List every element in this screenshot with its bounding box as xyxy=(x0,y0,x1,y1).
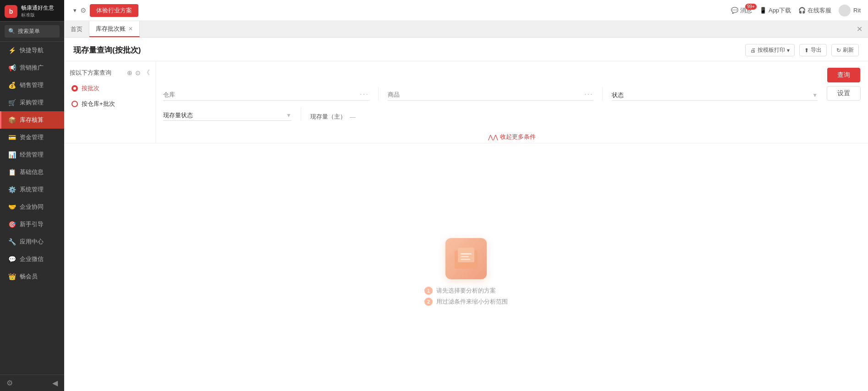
marketing-icon: 📢 xyxy=(8,64,16,72)
tab-home-label: 首页 xyxy=(71,25,82,33)
plan-item-batch[interactable]: 按批次 xyxy=(64,81,155,96)
app-logo: b xyxy=(5,5,17,18)
sidebar-item-marketing[interactable]: 📢 营销推广 xyxy=(0,59,64,76)
sidebar-item-purchase[interactable]: 🛒 采购管理 xyxy=(0,94,64,111)
collapse-plan-icon[interactable]: 《 xyxy=(143,69,150,77)
headset-icon: 🎧 xyxy=(798,7,806,14)
sidebar-item-guide[interactable]: 🎯 新手引导 xyxy=(0,216,64,233)
sidebar-item-inventory[interactable]: 📦 库存核算 xyxy=(0,111,64,129)
product-field: ··· xyxy=(388,90,593,101)
tab-inventory-batch[interactable]: 库存批次账 ✕ xyxy=(89,21,140,37)
sidebar-item-quick-nav[interactable]: ⚡ 快捷导航 xyxy=(0,42,64,59)
sidebar-item-label-marketing: 营销推广 xyxy=(20,64,44,72)
export-label: 导出 xyxy=(811,46,822,54)
filter-settings-button[interactable]: 设置 xyxy=(827,86,861,101)
settings-plan-icon[interactable]: ⊙ xyxy=(135,69,141,76)
export-button[interactable]: ⬆ 导出 xyxy=(799,44,827,56)
close-all-tabs-button[interactable]: ✕ xyxy=(851,25,868,33)
product-dots[interactable]: ··· xyxy=(584,90,593,98)
messages-badge: 99+ xyxy=(745,4,757,10)
avatar xyxy=(839,5,851,16)
refresh-icon: ↻ xyxy=(836,47,841,54)
hint-num-2: 2 xyxy=(424,298,433,306)
tab-close-icon[interactable]: ✕ xyxy=(128,26,133,32)
sidebar-item-member[interactable]: 👑 畅会员 xyxy=(0,268,64,285)
content-area: 现存量查询(按批次) 🖨 按模板打印 ▾ ⬆ 导出 ↻ 刷新 xyxy=(64,38,868,391)
warehouse-input-wrap: ··· xyxy=(163,90,369,101)
query-button[interactable]: 查询 xyxy=(827,68,860,82)
plan-label-warehouse-batch: 按仓库+批次 xyxy=(82,100,115,108)
guide-icon: 🎯 xyxy=(8,220,16,228)
settings-footer-icon[interactable]: ⚙ xyxy=(6,379,13,387)
plan-dot-inner xyxy=(73,87,76,90)
status-chevron-icon: ▼ xyxy=(812,92,818,98)
sidebar-nav: ⚡ 快捷导航 📢 营销推广 💰 销售管理 🛒 采购管理 📦 库存核算 💳 资金管… xyxy=(0,42,64,375)
topbar: ▾ ⚙ 体验行业方案 💬 消息 99+ 📱 App下载 🎧 在线客服 Rit xyxy=(64,0,868,21)
warehouse-field: ··· xyxy=(163,90,369,101)
sidebar-item-label-guide: 新手引导 xyxy=(20,220,44,228)
tab-inventory-batch-label: 库存批次账 xyxy=(96,25,126,33)
collapse-sidebar-icon[interactable]: ◀ xyxy=(52,379,58,387)
filter-sidebar: 按以下方案查询 ⊕ ⊙ 《 按批次 xyxy=(64,61,156,143)
collapse-up-icon: ⋀⋀ xyxy=(488,134,498,141)
messages-icon: 💬 xyxy=(731,7,738,14)
empty-hints: 1 请先选择要分析的方案 2 用过滤条件来缩小分析范围 xyxy=(424,287,508,306)
sidebar-item-wechat[interactable]: 💬 企业微信 xyxy=(0,250,64,268)
sidebar-item-label-purchase: 采购管理 xyxy=(20,98,44,107)
sidebar-item-operations[interactable]: 📊 经营管理 xyxy=(0,146,64,163)
refresh-button[interactable]: ↻ 刷新 xyxy=(831,44,859,56)
sidebar-item-basics[interactable]: 📋 基础信息 xyxy=(0,163,64,181)
stock-status-select[interactable]: 现存量状态 xyxy=(163,112,286,119)
sidebar-item-sales[interactable]: 💰 销售管理 xyxy=(0,76,64,94)
sidebar-item-apps[interactable]: 🔧 应用中心 xyxy=(0,233,64,250)
topbar-dropdown[interactable]: ▾ xyxy=(71,7,77,14)
enterprise-icon: 🤝 xyxy=(8,203,16,211)
warehouse-input[interactable] xyxy=(163,91,357,98)
sidebar-item-label-system: 系统管理 xyxy=(20,185,44,194)
sidebar-item-label-inventory: 库存核算 xyxy=(20,116,44,124)
user-menu[interactable]: Rit xyxy=(839,5,861,16)
svg-rect-1 xyxy=(458,248,474,262)
app-download-button[interactable]: 📱 App下载 xyxy=(759,6,791,15)
add-plan-icon[interactable]: ⊕ xyxy=(127,69,132,76)
status-select[interactable]: 状态 xyxy=(612,92,812,98)
online-service-button[interactable]: 🎧 在线客服 xyxy=(798,6,831,15)
sidebar-item-label-sales: 销售管理 xyxy=(20,81,44,89)
topbar-gear-icon[interactable]: ⚙ xyxy=(80,6,86,15)
basics-icon: 📋 xyxy=(8,168,16,176)
topbar-right: 💬 消息 99+ 📱 App下载 🎧 在线客服 Rit xyxy=(731,5,861,16)
dropdown-chevron-icon: ▾ xyxy=(73,7,77,14)
print-button[interactable]: 🖨 按模板打印 ▾ xyxy=(745,44,795,56)
stock-amount-label: 现存量（主） xyxy=(310,113,346,121)
sidebar-item-finance[interactable]: 💳 资金管理 xyxy=(0,129,64,146)
system-icon: ⚙️ xyxy=(8,185,16,194)
tab-home[interactable]: 首页 xyxy=(64,21,89,37)
plan-item-warehouse-batch[interactable]: 按仓库+批次 xyxy=(64,96,155,112)
plan-dot-batch xyxy=(71,85,78,92)
sidebar-item-label-quick-nav: 快捷导航 xyxy=(20,46,44,54)
stock-status-field: 现存量状态 ▼ xyxy=(163,112,291,121)
tabbar: 首页 库存批次账 ✕ ✕ xyxy=(64,21,868,38)
sidebar-item-label-finance: 资金管理 xyxy=(20,133,44,141)
page-title: 现存量查询(按批次) xyxy=(73,45,141,55)
user-name: Rit xyxy=(853,7,861,14)
messages-button[interactable]: 💬 消息 99+ xyxy=(731,6,752,15)
sidebar-item-enterprise[interactable]: 🤝 企业协同 xyxy=(0,198,64,216)
collapse-filters-button[interactable]: ⋀⋀ 收起更多条件 xyxy=(163,131,861,143)
sidebar-search-button[interactable]: 🔍 搜索菜单 xyxy=(5,25,60,38)
product-input[interactable] xyxy=(388,91,582,98)
experience-button[interactable]: 体验行业方案 xyxy=(90,4,138,17)
sidebar-header: b 畅康通好生意 标准版 xyxy=(0,0,64,22)
stock-status-chevron-icon: ▼ xyxy=(286,112,291,119)
search-label: 搜索菜单 xyxy=(18,27,40,35)
warehouse-dots[interactable]: ··· xyxy=(360,90,368,98)
stock-status-select-wrap: 现存量状态 ▼ xyxy=(163,112,291,121)
inventory-icon: 📦 xyxy=(8,116,16,124)
sidebar-search-wrap: 🔍 搜索菜单 xyxy=(0,22,64,42)
search-icon: 🔍 xyxy=(8,28,15,34)
print-label: 按模板打印 xyxy=(758,46,785,54)
print-chevron-icon: ▾ xyxy=(787,47,790,54)
sidebar-item-system[interactable]: ⚙️ 系统管理 xyxy=(0,181,64,198)
app-download-label: App下载 xyxy=(769,6,791,15)
app-title-wrap: 畅康通好生意 标准版 xyxy=(21,5,54,18)
